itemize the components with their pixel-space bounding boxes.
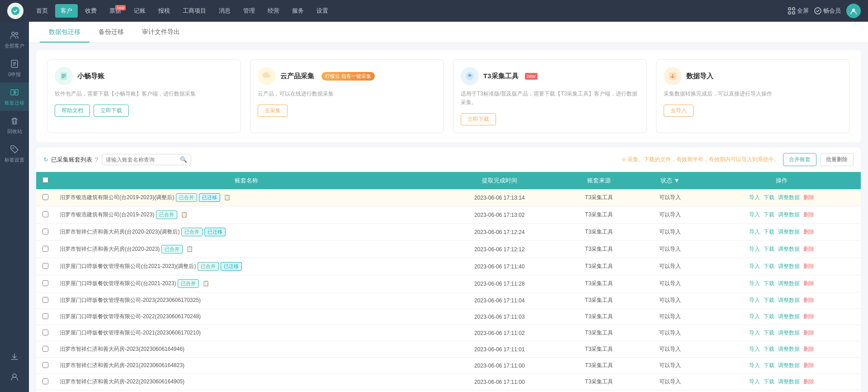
btn-download-now-1[interactable]: 立即下载 xyxy=(94,105,129,117)
row-checkbox-3[interactable] xyxy=(42,229,48,234)
col-status[interactable]: 状态 ▼ xyxy=(638,172,703,189)
nav-operation[interactable]: 经营 xyxy=(262,4,285,18)
action-import[interactable]: 导入 xyxy=(747,362,762,368)
action-delete[interactable]: 删除 xyxy=(802,297,816,303)
action-import[interactable]: 导入 xyxy=(747,263,762,269)
tab-audit-export[interactable]: 审计文件导出 xyxy=(133,22,189,43)
user-avatar[interactable] xyxy=(846,4,861,18)
action-adjust[interactable]: 调整数据 xyxy=(776,246,802,252)
refresh-icon[interactable]: ↻ xyxy=(43,156,48,163)
action-delete[interactable]: 删除 xyxy=(802,280,816,287)
btn-go-collect[interactable]: 去采集 xyxy=(258,105,288,117)
btn-go-import[interactable]: 去导入 xyxy=(664,105,693,117)
fullscreen-button[interactable]: 全屏 xyxy=(788,7,809,15)
nav-home[interactable]: 首页 xyxy=(31,4,53,18)
sidebar-item-migrate[interactable]: 账套迁移 xyxy=(0,82,29,111)
row-checkbox-11[interactable] xyxy=(42,362,48,368)
action-adjust[interactable]: 调整数据 xyxy=(776,211,802,218)
action-download[interactable]: 下载 xyxy=(762,330,776,336)
btn-batch-delete[interactable]: 批量删除 xyxy=(820,153,854,166)
row-checkbox-5[interactable] xyxy=(42,263,48,269)
action-adjust[interactable]: 调整数据 xyxy=(776,378,802,385)
nav-customer[interactable]: 客户 xyxy=(55,4,78,18)
btn-download-now-2[interactable]: 立即下载 xyxy=(461,113,496,125)
nav-business[interactable]: 工商项目 xyxy=(177,4,212,18)
action-delete[interactable]: 删除 xyxy=(802,211,816,218)
action-delete[interactable]: 删除 xyxy=(802,378,816,385)
action-download[interactable]: 下载 xyxy=(762,211,776,218)
nav-message[interactable]: 消息 xyxy=(213,4,236,18)
action-delete[interactable]: 删除 xyxy=(802,330,816,336)
search-input[interactable] xyxy=(106,157,178,163)
col-checkbox[interactable] xyxy=(36,172,54,189)
action-download[interactable]: 下载 xyxy=(762,280,776,287)
action-download[interactable]: 下载 xyxy=(762,194,776,201)
action-adjust[interactable]: 调整数据 xyxy=(776,194,802,201)
nav-bookkeeping[interactable]: 记账 xyxy=(128,4,151,18)
action-download[interactable]: 下载 xyxy=(762,313,776,320)
sidebar-item-all-clients[interactable]: 全部客户 xyxy=(0,25,29,54)
row-checkbox-2[interactable] xyxy=(42,211,48,217)
action-adjust[interactable]: 调整数据 xyxy=(776,330,802,336)
row-checkbox-4[interactable] xyxy=(42,246,48,252)
row-checkbox-1[interactable] xyxy=(42,194,48,200)
search-icon[interactable]: 🔍 xyxy=(180,156,187,163)
tab-data-migration[interactable]: 数据包迁移 xyxy=(40,22,90,43)
row-checkbox-9[interactable] xyxy=(42,330,48,335)
row-checkbox-10[interactable] xyxy=(42,346,48,352)
action-delete[interactable]: 删除 xyxy=(802,362,816,368)
nav-service[interactable]: 服务 xyxy=(287,4,309,18)
sidebar-item-trash[interactable]: 回收站 xyxy=(0,111,29,139)
action-import[interactable]: 导入 xyxy=(747,297,762,303)
action-delete[interactable]: 删除 xyxy=(802,346,816,352)
action-delete[interactable]: 删除 xyxy=(802,246,816,252)
action-download[interactable]: 下载 xyxy=(762,346,776,352)
sidebar-item-profile[interactable] xyxy=(7,367,22,387)
app-logo[interactable] xyxy=(7,3,24,19)
action-download[interactable]: 下载 xyxy=(762,362,776,368)
row-checkbox-7[interactable] xyxy=(42,297,48,303)
action-import[interactable]: 导入 xyxy=(747,313,762,320)
action-delete[interactable]: 删除 xyxy=(802,229,816,235)
nav-charge[interactable]: 收费 xyxy=(80,4,102,18)
action-adjust[interactable]: 调整数据 xyxy=(776,297,802,303)
action-adjust[interactable]: 调整数据 xyxy=(776,280,802,287)
member-button[interactable]: 畅会员 xyxy=(814,7,841,15)
sidebar-item-download[interactable] xyxy=(7,347,22,367)
nav-invoice[interactable]: 票据 new xyxy=(104,4,127,18)
action-import[interactable]: 导入 xyxy=(747,246,762,252)
action-download[interactable]: 下载 xyxy=(762,297,776,303)
action-import[interactable]: 导入 xyxy=(747,346,762,352)
action-download[interactable]: 下载 xyxy=(762,263,776,269)
action-download[interactable]: 下载 xyxy=(762,229,776,235)
action-delete[interactable]: 删除 xyxy=(802,194,816,201)
action-adjust[interactable]: 调整数据 xyxy=(776,229,802,235)
nav-tax[interactable]: 报税 xyxy=(153,4,175,18)
help-icon[interactable]: ? xyxy=(95,156,98,163)
action-import[interactable]: 导入 xyxy=(747,280,762,287)
action-delete[interactable]: 删除 xyxy=(802,263,816,269)
sidebar-item-tag-settings[interactable]: 标签设置 xyxy=(0,139,29,168)
select-all-checkbox[interactable] xyxy=(42,177,48,183)
action-download[interactable]: 下载 xyxy=(762,246,776,252)
row-checkbox-8[interactable] xyxy=(42,313,48,319)
action-import[interactable]: 导入 xyxy=(747,330,762,336)
col-time[interactable]: 提取完成时间 xyxy=(439,172,560,189)
action-download[interactable]: 下载 xyxy=(762,378,776,385)
row-checkbox-12[interactable] xyxy=(42,378,48,384)
nav-manage[interactable]: 管理 xyxy=(238,4,260,18)
sidebar-item-zero-report[interactable]: 0申报 xyxy=(0,54,29,82)
action-adjust[interactable]: 调整数据 xyxy=(776,346,802,352)
tab-backup-migration[interactable]: 备份迁移 xyxy=(90,22,133,43)
action-adjust[interactable]: 调整数据 xyxy=(776,263,802,269)
action-import[interactable]: 导入 xyxy=(747,378,762,385)
btn-merge-accounts[interactable]: 合并账套 xyxy=(783,153,816,166)
action-import[interactable]: 导入 xyxy=(747,229,762,235)
action-adjust[interactable]: 调整数据 xyxy=(776,313,802,320)
row-checkbox-6[interactable] xyxy=(42,280,48,286)
action-adjust[interactable]: 调整数据 xyxy=(776,362,802,368)
action-delete[interactable]: 删除 xyxy=(802,313,816,320)
action-import[interactable]: 导入 xyxy=(747,194,762,201)
action-import[interactable]: 导入 xyxy=(747,211,762,218)
btn-help-doc[interactable]: 帮助文档 xyxy=(55,105,90,117)
